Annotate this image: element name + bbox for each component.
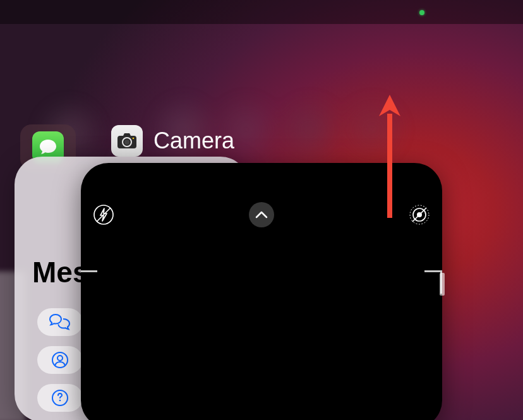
camera-privacy-indicator: [419, 10, 424, 15]
svg-point-7: [133, 138, 135, 140]
messages-filter-unknown[interactable]: [37, 384, 83, 412]
svg-point-3: [59, 400, 61, 402]
viewfinder-slider: [440, 273, 445, 296]
chat-bubbles-icon: [49, 314, 71, 330]
chevron-up-icon: [255, 211, 268, 219]
svg-point-6: [124, 140, 129, 145]
messages-filter-known[interactable]: [37, 346, 83, 374]
app-card-camera[interactable]: [81, 163, 442, 420]
person-question-icon: [52, 390, 68, 406]
camera-app-icon[interactable]: [111, 125, 143, 157]
svg-line-13: [412, 208, 426, 222]
camera-app-label: Camera: [153, 128, 234, 154]
person-circle-icon: [52, 352, 68, 368]
messages-filter-all[interactable]: [37, 308, 83, 336]
flash-toggle[interactable]: [92, 203, 115, 226]
live-photo-toggle[interactable]: [408, 203, 431, 226]
viewfinder-frame-left: [81, 270, 97, 272]
live-off-icon: [409, 204, 430, 225]
svg-point-1: [57, 356, 63, 361]
flash-off-icon: [93, 204, 114, 225]
status-bar-area: [0, 0, 523, 24]
viewfinder-frame-right: [424, 270, 442, 272]
camera-glyph-icon: [117, 133, 137, 149]
camera-options-toggle[interactable]: [249, 202, 274, 227]
